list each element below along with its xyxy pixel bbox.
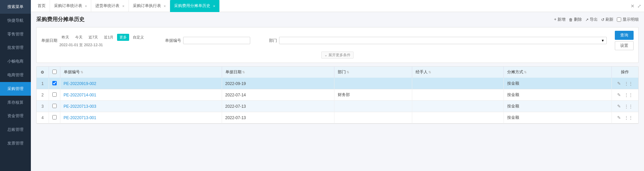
sidebar-item-retail[interactable]: 零售管理 bbox=[0, 27, 31, 41]
date-7days-btn[interactable]: 近7天 bbox=[86, 34, 100, 41]
sidebar-item-invoice[interactable]: 发票管理 bbox=[0, 137, 31, 150]
search-action-buttons: 查询 设置 bbox=[615, 31, 634, 50]
tab-bar: 首页采购订单统计表×进货单统计表×采购订单执行表×采购费用分摊单历史× ✕ ⤢ bbox=[31, 0, 644, 12]
row-checkbox-cell bbox=[49, 78, 60, 89]
date-range-buttons: 昨天 今天 近7天 近1月 更多 自定义 bbox=[59, 34, 146, 41]
table-header-row: ⚙ 单据编号 ⇅ 单据日期 bbox=[37, 67, 638, 78]
close-window-icon[interactable]: ✕ bbox=[631, 3, 635, 9]
doc-num-link[interactable]: PE-20220713-001 bbox=[64, 115, 96, 120]
sidebar-item-purchase[interactable]: 采购管理 bbox=[0, 82, 31, 96]
edit-icon[interactable]: ✎ bbox=[616, 92, 622, 98]
row-num-cell: 3 bbox=[37, 101, 49, 112]
dept-cell bbox=[334, 101, 412, 112]
date-custom-btn[interactable]: 自定义 bbox=[130, 34, 146, 41]
doc-num-link[interactable]: PE-20220713-003 bbox=[64, 104, 96, 109]
sidebar-item-search[interactable]: 搜索菜单 bbox=[0, 0, 31, 14]
dept-field: 部门 ▾ bbox=[269, 37, 607, 44]
row-checkbox[interactable] bbox=[52, 92, 57, 97]
tab-close-icon[interactable]: × bbox=[213, 4, 215, 8]
tab-close-icon[interactable]: × bbox=[164, 4, 166, 8]
tab-close-icon[interactable]: × bbox=[122, 4, 124, 8]
export-button[interactable]: ↗ 导出 bbox=[585, 17, 598, 22]
sidebar-item-ledger[interactable]: 总账管理 bbox=[0, 123, 31, 137]
doc-num-col-header[interactable]: 单据编号 ⇅ bbox=[60, 67, 222, 78]
doc-num-field: 单据编号 bbox=[165, 37, 250, 44]
sidebar-item-wholesale[interactable]: 批发管理 bbox=[0, 41, 31, 55]
more-action-icon[interactable]: ⋮⋮ bbox=[624, 114, 634, 121]
show-detail-checkbox-label[interactable]: 显示明细 bbox=[617, 17, 639, 22]
more-action-icon[interactable]: ⋮⋮ bbox=[624, 92, 634, 98]
doc-num-link[interactable]: PE-20220919-002 bbox=[64, 81, 96, 86]
sidebar-item-mini[interactable]: 小畅电商 bbox=[0, 55, 31, 68]
dept-col-header[interactable]: 部门 ⇅ bbox=[334, 67, 412, 78]
handler-cell bbox=[412, 89, 504, 101]
tab-inbound-stats[interactable]: 进货单统计表× bbox=[91, 0, 128, 12]
sidebar-item-quick[interactable]: 快捷导航 bbox=[0, 14, 31, 27]
dept-select[interactable]: ▾ bbox=[279, 37, 607, 44]
doc-num-cell: PE-20220713-003 bbox=[60, 101, 222, 112]
settings-button[interactable]: 设置 bbox=[615, 41, 634, 50]
tab-home[interactable]: 首页 bbox=[34, 0, 50, 12]
doc-date-col-header[interactable]: 单据日期 ⇅ bbox=[222, 67, 334, 78]
refresh-button[interactable]: ↺ 刷新 bbox=[601, 17, 613, 22]
refresh-icon: ↺ bbox=[601, 17, 604, 22]
row-num-cell: 4 bbox=[37, 112, 49, 123]
select-all-checkbox[interactable] bbox=[52, 70, 57, 74]
tab-close-icon[interactable]: × bbox=[85, 4, 87, 8]
row-checkbox-cell bbox=[49, 89, 60, 101]
row-checkbox[interactable] bbox=[52, 81, 57, 85]
sidebar-item-inventory[interactable]: 库存核算 bbox=[0, 96, 31, 109]
more-action-icon[interactable]: ⋮⋮ bbox=[624, 80, 634, 87]
add-button[interactable]: + 新增 bbox=[554, 17, 566, 22]
handler-cell bbox=[412, 112, 504, 123]
expand-more-button[interactable]: ⌄ 展开更多条件 bbox=[321, 52, 354, 59]
edit-icon[interactable]: ✎ bbox=[616, 80, 622, 87]
sidebar-item-ecommerce[interactable]: 电商管理 bbox=[0, 68, 31, 82]
search-button[interactable]: 查询 bbox=[615, 31, 634, 40]
table-row: 2 PE-20220714-001 2022-07-14 财务部 按金额 ✎ ⋮… bbox=[37, 89, 638, 101]
sidebar-item-finance[interactable]: 资金管理 bbox=[0, 109, 31, 123]
doc-num-cell: PE-20220714-001 bbox=[60, 89, 222, 101]
action-col-header: 操作 bbox=[611, 67, 638, 78]
page-header: 采购费用分摊单历史 + 新增 🗑 删除 ↗ 导出 ↺ 刷新 bbox=[36, 16, 639, 23]
sort-arrow-icon: ⇅ bbox=[524, 70, 527, 74]
edit-icon[interactable]: ✎ bbox=[616, 114, 622, 121]
sort-arrow-icon: ⇅ bbox=[428, 70, 431, 74]
delete-button[interactable]: 🗑 删除 bbox=[569, 17, 582, 22]
doc-date-cell: 2022-09-19 bbox=[222, 78, 334, 89]
export-icon: ↗ bbox=[585, 17, 589, 22]
dept-cell bbox=[334, 112, 412, 123]
maximize-icon[interactable]: ⤢ bbox=[637, 3, 641, 9]
doc-num-input[interactable] bbox=[183, 37, 250, 44]
row-num-cell: 1 bbox=[37, 78, 49, 89]
edit-icon[interactable]: ✎ bbox=[616, 103, 622, 109]
table-container: ⚙ 单据编号 ⇅ 单据日期 bbox=[36, 66, 639, 124]
doc-num-label: 单据编号 bbox=[165, 38, 181, 44]
date-yesterday-btn[interactable]: 昨天 bbox=[59, 34, 71, 41]
doc-num-cell: PE-20220919-002 bbox=[60, 78, 222, 89]
row-checkbox-cell bbox=[49, 112, 60, 123]
row-checkbox[interactable] bbox=[52, 104, 57, 108]
tab-purchase-cost[interactable]: 采购费用分摊单历史× bbox=[170, 0, 219, 12]
chevron-down-icon: ▾ bbox=[602, 38, 604, 43]
split-method-cell: 按金额 bbox=[503, 89, 611, 101]
split-method-cell: 按金额 bbox=[503, 78, 611, 89]
date-more-btn[interactable]: 更多 bbox=[117, 34, 129, 41]
sort-arrow-icon: ⇅ bbox=[346, 70, 349, 74]
doc-num-link[interactable]: PE-20220714-001 bbox=[64, 93, 96, 97]
table-row: 1 PE-20220919-002 2022-09-19 按金额 ✎ ⋮⋮ bbox=[37, 78, 638, 89]
date-1month-btn[interactable]: 近1月 bbox=[102, 34, 116, 41]
toolbar: + 新增 🗑 删除 ↗ 导出 ↺ 刷新 显示明细 bbox=[554, 17, 639, 22]
tab-purchase-stats[interactable]: 采购订单统计表× bbox=[50, 0, 91, 12]
chevron-down-icon: ⌄ bbox=[324, 53, 327, 57]
tab-purchase-exec[interactable]: 采购订单执行表× bbox=[129, 0, 170, 12]
handler-col-header[interactable]: 经手人 ⇅ bbox=[412, 67, 504, 78]
more-action-icon[interactable]: ⋮⋮ bbox=[624, 103, 634, 109]
row-checkbox[interactable] bbox=[52, 115, 57, 119]
show-detail-checkbox[interactable] bbox=[617, 17, 621, 22]
dept-cell: 财务部 bbox=[334, 89, 412, 101]
handler-cell bbox=[412, 78, 504, 89]
settings-col-header[interactable]: ⚙ bbox=[37, 67, 49, 78]
date-today-btn[interactable]: 今天 bbox=[73, 34, 85, 41]
split-method-col-header[interactable]: 分摊方式 ⇅ bbox=[503, 67, 611, 78]
